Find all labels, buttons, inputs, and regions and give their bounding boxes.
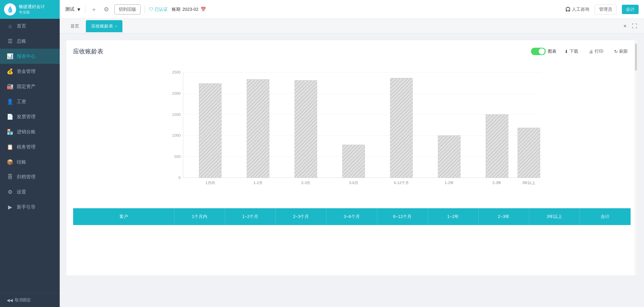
sidebar-item-purchase[interactable]: 🏪 进销台账 [0, 124, 60, 139]
tab-home-label: 首页 [70, 23, 79, 29]
th-6~12个月: 6~12个月 [377, 208, 428, 225]
sidebar-label-home: 首页 [17, 23, 26, 29]
page-scrollbar[interactable] [635, 40, 637, 275]
chart-container: 0 500 1000 1500 2000 2500 1月内 1-2月 2-3月 [73, 62, 631, 207]
sidebar-label-invoices: 发票管理 [17, 114, 36, 120]
scroll-thumb [635, 44, 637, 71]
topbar: 测试 ▼ ＋ ⚙ 切到旧版 🛡 已认证 账期 2023-02 📅 🎧 人工咨询 … [60, 0, 644, 19]
settings-icon-button[interactable]: ⚙ [102, 4, 110, 14]
sidebar-item-ledger[interactable]: ☰ 总账 [0, 34, 60, 49]
sidebar-item-guide[interactable]: ▶ 新手引导 [0, 200, 60, 215]
sidebar-icon-invoices: 📄 [7, 114, 13, 120]
th-1~2年: 1~2年 [428, 208, 479, 225]
bar-3-6月 [342, 145, 365, 178]
sidebar-item-closing[interactable]: 📦 结账 [0, 155, 60, 170]
workspace-selector[interactable]: 测试 ▼ [65, 6, 81, 12]
svg-text:3-6月: 3-6月 [349, 181, 358, 185]
bar-1-2年 [438, 136, 461, 178]
expand-window-button[interactable]: ⛶ [631, 22, 639, 31]
role-button[interactable]: 会计 [622, 5, 639, 14]
sidebar-item-assets[interactable]: 🏭 固定资产 [0, 79, 60, 94]
page-actions: 图表 ⬇ 下载 🖨 打印 ↻ 刷新 [531, 47, 631, 56]
sidebar-item-tax[interactable]: 📋 税务管理 [0, 139, 60, 155]
bar-1月内 [199, 84, 222, 178]
sidebar-icon-archive: 🗄 [7, 174, 13, 180]
svg-text:1000: 1000 [172, 133, 180, 137]
sidebar-item-home[interactable]: ⌂ 首页 [0, 19, 60, 34]
sidebar-icon-funds: 💰 [7, 68, 13, 75]
switch-version-button[interactable]: 切到旧版 [114, 4, 141, 14]
sidebar-icon-settings: ⚙ [7, 189, 13, 195]
tabbar-right: × ⛶ [622, 22, 639, 31]
sidebar-icon-ledger: ☰ [7, 38, 13, 44]
tab-active[interactable]: 应收账龄表 × [86, 20, 122, 32]
sidebar-item-invoices[interactable]: 📄 发票管理 [0, 109, 60, 124]
svg-text:1-2年: 1-2年 [445, 181, 454, 185]
cancel-pin-label: 取消固定 [15, 297, 31, 303]
verified-status: 🛡 已认证 [149, 6, 168, 12]
divider-1 [85, 6, 86, 13]
th-1个月内: 1个月内 [174, 208, 225, 225]
svg-text:6-12个月: 6-12个月 [394, 181, 409, 185]
topbar-right: 🎧 人工咨询 管理员 会计 [565, 4, 639, 14]
tab-home[interactable]: 首页 [65, 20, 85, 32]
sidebar-label-reports: 报表中心 [17, 53, 36, 59]
tabbar: 首页 应收账龄表 × × ⛶ [60, 19, 644, 34]
th-1~2个月: 1~2个月 [225, 208, 276, 225]
svg-text:500: 500 [174, 155, 180, 159]
th-合计: 合计 [580, 208, 631, 225]
svg-text:1月内: 1月内 [206, 181, 215, 185]
bar-chart-svg: 0 500 1000 1500 2000 2500 1月内 1-2月 2-3月 [93, 69, 617, 197]
headset-icon: 🎧 [565, 7, 571, 12]
svg-text:1-2月: 1-2月 [254, 181, 263, 185]
svg-text:2-3月: 2-3月 [301, 181, 310, 185]
content-area: 应收账龄表 图表 ⬇ 下载 🖨 打印 ↻ [60, 34, 644, 307]
download-icon: ⬇ [565, 49, 568, 54]
sidebar-label-funds: 资金管理 [17, 69, 36, 75]
th-3~6个月: 3~6个月 [326, 208, 377, 225]
print-button[interactable]: 🖨 打印 [586, 47, 606, 56]
refresh-button[interactable]: ↻ 刷新 [611, 47, 631, 56]
tab-active-label: 应收账龄表 [91, 23, 113, 29]
page-container: 应收账龄表 图表 ⬇ 下载 🖨 打印 ↻ [66, 40, 637, 275]
sidebar-nav: ⌂ 首页☰ 总账📊 报表中心💰 资金管理🏭 固定资产👤 工资📄 发票管理🏪 进销… [0, 19, 60, 293]
th-3年以上: 3年以上 [529, 208, 580, 225]
bar-2-3月 [295, 80, 317, 178]
sidebar-item-payroll[interactable]: 👤 工资 [0, 94, 60, 109]
period-value: 2023-02 [182, 7, 199, 12]
bar-1-2月 [247, 79, 269, 178]
tab-close-icon[interactable]: × [115, 24, 117, 28]
support-button[interactable]: 🎧 人工咨询 [565, 6, 589, 12]
svg-text:2500: 2500 [172, 70, 180, 74]
sidebar: 💧 畅捷通好会计 专业版 ⌂ 首页☰ 总账📊 报表中心💰 资金管理🏭 固定资产👤… [0, 0, 60, 307]
sidebar-label-ledger: 总账 [17, 38, 26, 44]
support-label: 人工咨询 [572, 6, 589, 12]
sidebar-icon-guide: ▶ [7, 204, 13, 210]
sidebar-item-archive[interactable]: 🗄 归档管理 [0, 170, 60, 184]
download-button[interactable]: ⬇ 下载 [562, 47, 581, 56]
sidebar-item-reports[interactable]: 📊 报表中心 [0, 49, 60, 64]
sidebar-item-settings[interactable]: ⚙ 设置 [0, 184, 60, 200]
shield-icon: 🛡 [149, 7, 153, 12]
sidebar-icon-home: ⌂ [7, 23, 13, 29]
logo-line1: 畅捷通好会计 [19, 4, 45, 10]
sidebar-icon-reports: 📊 [7, 53, 13, 59]
workspace-dropdown-icon: ▼ [76, 7, 81, 12]
svg-text:2-3年: 2-3年 [492, 181, 501, 185]
chart-toggle[interactable] [531, 48, 546, 55]
pin-icon: ◀◀ [7, 298, 13, 303]
period-selector[interactable]: 账期 2023-02 📅 [172, 6, 206, 12]
table-header: 客户1个月内1~2个月2~3个月3~6个月6~12个月1~2年2~3年3年以上合… [73, 208, 631, 225]
add-button[interactable]: ＋ [90, 4, 98, 15]
cancel-pin-button[interactable]: ◀◀ 取消固定 [0, 293, 60, 307]
svg-text:1500: 1500 [172, 113, 180, 117]
manager-button[interactable]: 管理员 [595, 4, 616, 14]
main-area: 测试 ▼ ＋ ⚙ 切到旧版 🛡 已认证 账期 2023-02 📅 🎧 人工咨询 … [60, 0, 644, 307]
th-2~3年: 2~3年 [479, 208, 529, 225]
svg-text:0: 0 [178, 176, 180, 180]
sidebar-icon-closing: 📦 [7, 159, 13, 165]
sidebar-item-funds[interactable]: 💰 资金管理 [0, 64, 60, 79]
sidebar-label-assets: 固定资产 [17, 84, 36, 90]
close-window-button[interactable]: × [622, 22, 628, 31]
sidebar-icon-payroll: 👤 [7, 98, 13, 105]
